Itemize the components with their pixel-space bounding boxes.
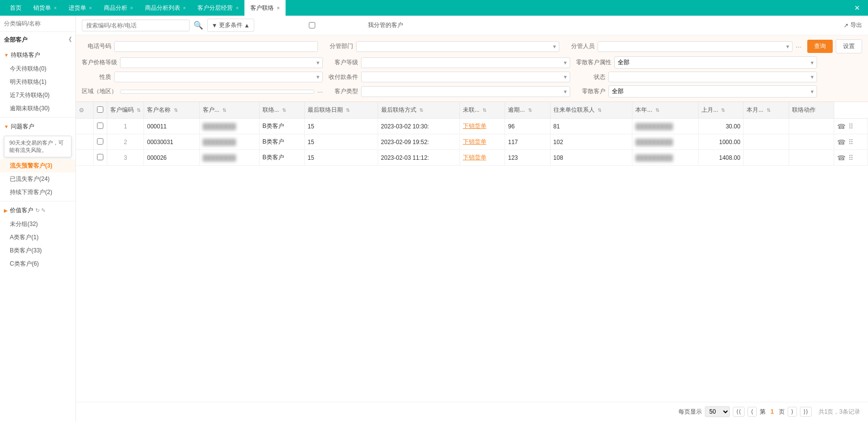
sort-lastmethod-icon: ⇅: [419, 107, 423, 113]
contact-icon[interactable]: ☎: [837, 138, 845, 146]
sidebar-group-value[interactable]: ▶ 价值客户 ↻ ✎: [0, 203, 75, 218]
manager-more-icon[interactable]: ···: [796, 43, 801, 50]
sidebar-item-today[interactable]: 今天待联络(0): [0, 62, 75, 75]
col-lastdate[interactable]: 最后联络日期 ⇅: [305, 102, 378, 119]
col-type[interactable]: 客户... ⇅: [199, 102, 259, 119]
row-checkbox[interactable]: [97, 123, 103, 129]
sidebar-item-a-class[interactable]: A类客户(1): [0, 231, 75, 244]
more-action-icon[interactable]: ⠿: [848, 154, 853, 162]
last-page-button[interactable]: ⟩⟩: [800, 407, 812, 417]
nav-purchase-order[interactable]: 进货单 ×: [63, 0, 98, 16]
retail-customer-select[interactable]: 全部 ▾: [608, 85, 817, 98]
row-checkbox-cell[interactable]: [93, 119, 107, 134]
row-checkbox-cell[interactable]: [93, 134, 107, 150]
nav-product-analysis[interactable]: 商品分析 ×: [98, 0, 139, 16]
price-tier-select[interactable]: ▾: [120, 57, 323, 68]
status-select[interactable]: ▾: [608, 72, 817, 82]
close-analysis-list-icon[interactable]: ×: [183, 5, 186, 11]
row-lastmethod[interactable]: 下销货单: [459, 119, 505, 134]
more-action-icon[interactable]: ⠿: [848, 138, 853, 146]
row-type: B类客户: [259, 134, 304, 150]
more-conditions-button[interactable]: ▼ 更多条件 ▲: [207, 19, 254, 32]
col-contact[interactable]: 联络... ⇅: [259, 102, 304, 119]
search-button[interactable]: 🔍: [193, 21, 203, 30]
close-tier-icon[interactable]: ×: [236, 5, 239, 11]
sidebar-item-declining[interactable]: 持续下滑客户(2): [0, 186, 75, 199]
first-page-button[interactable]: ⟨⟨: [733, 407, 745, 417]
row-checkbox-cell[interactable]: [93, 150, 107, 166]
sidebar-item-c-class[interactable]: C类客户(6): [0, 257, 75, 271]
my-customer-checkbox-label[interactable]: 我分管的客户: [258, 21, 403, 29]
customer-type-select[interactable]: ▾: [361, 86, 570, 97]
per-page-select[interactable]: 50 20 100: [705, 406, 730, 417]
sidebar-group-pending[interactable]: ▼ 待联络客户: [0, 48, 75, 62]
region-select[interactable]: [120, 90, 314, 94]
customer-type-field: 客户类型 ▾: [329, 86, 570, 97]
col-lastmethod[interactable]: 最后联络方式 ⇅: [378, 102, 459, 119]
row-checkbox[interactable]: [97, 138, 103, 145]
contact-icon[interactable]: ☎: [837, 123, 845, 130]
row-num: 3: [107, 150, 144, 166]
close-contact-icon[interactable]: ×: [277, 5, 280, 11]
row-num: 1: [107, 119, 144, 134]
prev-page-button[interactable]: ⟨: [747, 407, 757, 417]
settings-button[interactable]: 设置: [836, 39, 862, 53]
manager-select[interactable]: ▾: [598, 41, 793, 52]
retail-attr-arrow-icon: ▾: [811, 59, 814, 66]
close-sales-icon[interactable]: ×: [54, 5, 57, 11]
sidebar-item-churned[interactable]: 已流失客户(24): [0, 173, 75, 186]
query-button[interactable]: 查询: [807, 40, 833, 53]
col-contact2[interactable]: 往来单位联系人 ⇅: [550, 102, 632, 119]
row-lastmethod[interactable]: 下销货单: [459, 150, 505, 166]
price-tier-arrow-icon: ▾: [316, 59, 319, 66]
payment-select[interactable]: ▾: [361, 72, 570, 82]
region-more-icon[interactable]: ···: [317, 88, 323, 96]
sidebar-search-input[interactable]: [4, 20, 76, 27]
my-customer-checkbox[interactable]: [258, 22, 366, 28]
retail-attr-select[interactable]: 全部 ▾: [614, 56, 817, 69]
more-action-icon[interactable]: ⠿: [848, 123, 853, 130]
dept-select[interactable]: ▾: [356, 41, 560, 52]
col-overdue[interactable]: 逾期... ⇅: [505, 102, 550, 119]
table-settings-col[interactable]: ⚙: [76, 102, 93, 119]
contact-icon[interactable]: ☎: [837, 154, 845, 162]
nature-select[interactable]: ▾: [114, 72, 323, 82]
close-purchase-icon[interactable]: ×: [89, 5, 92, 11]
retail-customer-value: 全部: [612, 87, 624, 96]
sidebar-collapse-icon[interactable]: 《: [66, 36, 72, 44]
row-settings: [76, 119, 93, 134]
status-label: 状态: [576, 73, 605, 81]
col-uncontact[interactable]: 未联... ⇅: [459, 102, 505, 119]
col-yearamt[interactable]: 本年... ⇅: [632, 102, 699, 119]
sidebar-group-problem[interactable]: ▼ 问题客户: [0, 120, 75, 134]
col-code[interactable]: 客户编码 ⇅: [107, 102, 144, 119]
next-page-button[interactable]: ⟩: [788, 407, 797, 417]
nav-home[interactable]: 首页: [4, 0, 27, 16]
row-checkbox[interactable]: [97, 154, 103, 160]
price-tier-label: 客户价格等级: [82, 58, 117, 67]
sidebar-item-tomorrow[interactable]: 明天待联络(1): [0, 75, 75, 89]
sidebar-item-b-class[interactable]: B类客户(33): [0, 244, 75, 257]
sidebar-item-overdue[interactable]: 逾期未联络(30): [0, 102, 75, 115]
nav-sales-order[interactable]: 销货单 ×: [27, 0, 63, 16]
customer-tier-select[interactable]: ▾: [361, 57, 570, 68]
phone-field: 电话号码: [82, 41, 318, 52]
row-lastmethod[interactable]: 下销货单: [459, 134, 505, 150]
select-all-checkbox[interactable]: [97, 106, 103, 113]
nav-product-analysis-list[interactable]: 商品分析列表 ×: [139, 0, 192, 16]
col-thismonth[interactable]: 本月... ⇅: [744, 102, 789, 119]
close-analysis-icon[interactable]: ×: [130, 5, 133, 11]
phone-input[interactable]: [114, 41, 318, 52]
export-button[interactable]: ↗ 导出: [844, 21, 862, 29]
search-input[interactable]: [82, 20, 190, 31]
close-all-tabs[interactable]: ✕: [850, 4, 864, 12]
col-name[interactable]: 客户名称 ⇅: [144, 102, 199, 119]
nav-customer-contact[interactable]: 客户联络 ×: [244, 0, 286, 16]
sidebar-item-7days[interactable]: 近7天待联络(0): [0, 89, 75, 102]
sidebar-root-label: 全部客户: [4, 36, 27, 44]
sidebar-item-churn-warning[interactable]: 流失预警客户(3): [0, 159, 75, 173]
sidebar-item-ungrouped[interactable]: 未分组(32): [0, 218, 75, 231]
nav-customer-tier[interactable]: 客户分层经营 ×: [192, 0, 244, 16]
col-lastmonth[interactable]: 上月... ⇅: [699, 102, 744, 119]
sidebar-all-customers[interactable]: 全部客户 《: [0, 32, 75, 48]
